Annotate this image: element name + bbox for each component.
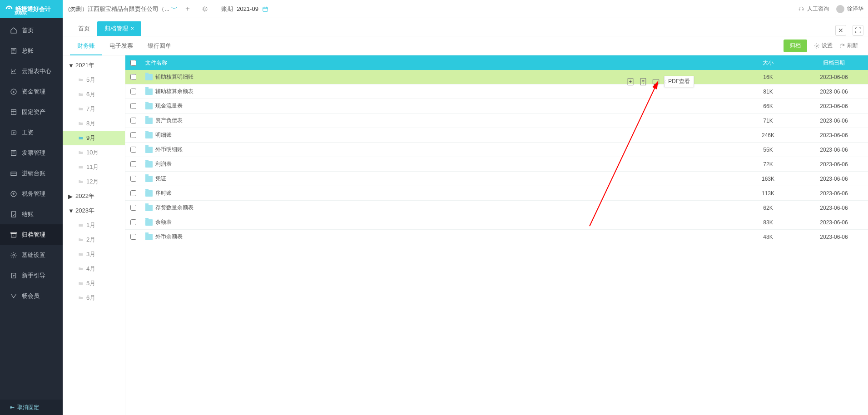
- fullscreen-button[interactable]: ⛶: [853, 25, 863, 36]
- user-menu[interactable]: 徐泽华: [836, 5, 863, 13]
- row-checkbox[interactable]: [130, 161, 136, 167]
- sidebar-item-tax[interactable]: 税务管理: [0, 183, 63, 204]
- tree-year-label: 2022年: [75, 192, 94, 200]
- file-date: 2023-06-06: [800, 186, 868, 200]
- sidebar-item-gear[interactable]: 基础设置: [0, 245, 63, 265]
- settings-icon[interactable]: [201, 5, 208, 13]
- tree-month[interactable]: 2月: [63, 232, 125, 247]
- subtab-银行回单[interactable]: 银行回单: [140, 36, 179, 55]
- folder-icon: [78, 106, 84, 112]
- table-row[interactable]: 凭证163K2023-06-06: [125, 172, 868, 186]
- tree-month[interactable]: 8月: [63, 116, 125, 131]
- refresh-label: 刷新: [847, 42, 858, 49]
- tree-month[interactable]: 9月: [63, 131, 125, 145]
- tree-month[interactable]: 1月: [63, 218, 125, 232]
- svg-rect-0: [263, 7, 268, 11]
- table-row[interactable]: 序时账113K2023-06-06: [125, 186, 868, 201]
- sidebar-item-chart[interactable]: 云报表中心: [0, 61, 63, 81]
- sidebar-item-guide[interactable]: 新手引导: [0, 265, 63, 286]
- sidebar-item-home[interactable]: 首页: [0, 20, 63, 40]
- file-name: 余额表: [155, 218, 172, 226]
- table-row[interactable]: 辅助核算明细账16K2023-06-06: [125, 70, 868, 84]
- archive-icon: [10, 231, 17, 238]
- row-checkbox[interactable]: [130, 219, 136, 225]
- sidebar-item-stock[interactable]: 进销台账: [0, 163, 63, 183]
- table-row[interactable]: 利润表72K2023-06-06: [125, 157, 868, 172]
- tree-year[interactable]: ▶2022年: [63, 189, 125, 203]
- sidebar-item-ledger[interactable]: 总账: [0, 40, 63, 61]
- tree-month[interactable]: 6月: [63, 291, 125, 305]
- sidebar-item-vip[interactable]: 畅会员: [0, 286, 63, 306]
- tab-归档管理[interactable]: 归档管理×: [97, 21, 141, 36]
- sidebar-item-label: 固定资产: [22, 108, 45, 116]
- tree-month[interactable]: 5月: [63, 276, 125, 291]
- row-checkbox[interactable]: [130, 103, 136, 109]
- settings-link[interactable]: 设置: [813, 42, 833, 49]
- add-icon[interactable]: ＋: [184, 4, 191, 14]
- table-row[interactable]: 资产负债表71K2023-06-06: [125, 114, 868, 128]
- sidebar-item-label: 总账: [22, 47, 34, 55]
- gear-icon: [10, 252, 17, 259]
- company-name: (勿删）江西服宝精品有限责任公司（...: [68, 5, 169, 13]
- table-row[interactable]: 余额表83K2023-06-06: [125, 215, 868, 230]
- stock-icon: [10, 170, 17, 177]
- sidebar-item-invoice[interactable]: 发票管理: [0, 143, 63, 163]
- asset-icon: [10, 109, 17, 116]
- subtab-财务账[interactable]: 财务账: [70, 36, 102, 55]
- tab-close-icon[interactable]: ×: [131, 25, 134, 32]
- table-row[interactable]: 外币明细账55K2023-06-06: [125, 143, 868, 157]
- table-row[interactable]: 存货数量余额表62K2023-06-06: [125, 201, 868, 215]
- sidebar-item-money[interactable]: ¥资金管理: [0, 81, 63, 102]
- refresh-link[interactable]: 刷新: [839, 42, 858, 49]
- row-checkbox[interactable]: [130, 74, 136, 80]
- tree-year[interactable]: ▼2023年: [63, 203, 125, 218]
- table-row[interactable]: 明细账246K2023-06-06: [125, 128, 868, 143]
- export-icon[interactable]: [626, 77, 635, 86]
- sidebar-item-archive[interactable]: 归档管理: [0, 224, 63, 245]
- sidebar-unpin[interactable]: ⇤ 取消固定: [0, 400, 63, 415]
- folder-icon: [78, 150, 84, 155]
- row-checkbox[interactable]: [130, 89, 136, 94]
- tree-month[interactable]: 12月: [63, 174, 125, 189]
- company-selector[interactable]: (勿删）江西服宝精品有限责任公司（... ﹀: [68, 5, 178, 13]
- pdf-download-icon[interactable]: [639, 77, 648, 86]
- pdf-view-icon[interactable]: [651, 77, 660, 86]
- sidebar-item-close[interactable]: 结账: [0, 204, 63, 224]
- table-row[interactable]: 现金流量表66K2023-06-06: [125, 99, 868, 114]
- tree-month-label: 6月: [86, 90, 95, 99]
- tree-month-label: 4月: [86, 265, 95, 273]
- tree-month[interactable]: 10月: [63, 145, 125, 160]
- row-checkbox[interactable]: [130, 234, 136, 240]
- tree-month[interactable]: 4月: [63, 262, 125, 276]
- row-checkbox[interactable]: [130, 205, 136, 211]
- sidebar-item-wage[interactable]: 工资: [0, 122, 63, 143]
- select-all-checkbox[interactable]: [130, 60, 136, 66]
- row-checkbox[interactable]: [130, 176, 136, 182]
- table-row[interactable]: 辅助核算余额表81K2023-06-06: [125, 84, 868, 99]
- tree-year[interactable]: ▼2021年: [63, 58, 125, 73]
- table-row[interactable]: 外币余额表48K2023-06-06: [125, 230, 868, 244]
- row-checkbox[interactable]: [130, 132, 136, 138]
- file-size: 83K: [736, 215, 800, 229]
- row-checkbox[interactable]: [130, 118, 136, 124]
- tree-month[interactable]: 11月: [63, 160, 125, 174]
- tax-icon: [10, 190, 17, 198]
- file-size: 72K: [736, 157, 800, 171]
- row-checkbox[interactable]: [130, 147, 136, 153]
- tree-month[interactable]: 6月: [63, 87, 125, 102]
- row-checkbox[interactable]: [130, 190, 136, 196]
- subtab-电子发票[interactable]: 电子发票: [102, 36, 140, 55]
- tree-year-label: 2021年: [75, 61, 94, 69]
- period-selector[interactable]: 账期 2021-09: [221, 5, 268, 13]
- archive-button[interactable]: 归档: [784, 40, 807, 52]
- file-size: 55K: [736, 143, 800, 157]
- tab-close-button[interactable]: ✕: [835, 25, 846, 36]
- tree-month[interactable]: 5月: [63, 73, 125, 87]
- file-date: 2023-06-06: [800, 99, 868, 113]
- tab-首页[interactable]: 首页: [71, 21, 97, 36]
- tree-month[interactable]: 7月: [63, 102, 125, 116]
- human-consult[interactable]: 人工咨询: [798, 5, 829, 13]
- tab-label: 首页: [78, 25, 90, 33]
- tree-month[interactable]: 3月: [63, 247, 125, 262]
- sidebar-item-asset[interactable]: 固定资产: [0, 102, 63, 122]
